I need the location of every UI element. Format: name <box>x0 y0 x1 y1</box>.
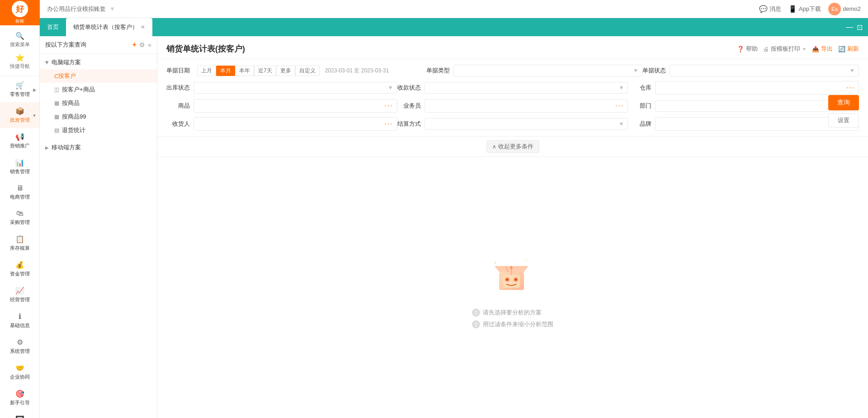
shortcut-nav-label: 快捷导航 <box>10 63 30 70</box>
salesperson-dots-icon: ··· <box>615 102 624 110</box>
doc-type-select[interactable]: ▼ <box>453 65 643 76</box>
avatar-text: Ea <box>832 6 838 12</box>
collect-status-label: 收款状态 <box>397 84 425 92</box>
date-btn-this-month[interactable]: 本月 <box>216 66 235 76</box>
collapse-conditions-button[interactable]: ∧ 收起更多条件 <box>486 140 539 153</box>
page-title: 销货单统计表(按客户) <box>166 43 245 54</box>
settlement-filter-cell: 结算方式 ▼ <box>397 118 628 130</box>
empty-tip-1-text: 请先选择要分析的方案 <box>483 309 542 317</box>
help-button[interactable]: ❓ 帮助 <box>737 45 758 53</box>
message-button[interactable]: 💬 消息 <box>759 5 781 13</box>
message-label: 消息 <box>769 5 781 13</box>
department-label: 部门 <box>628 102 655 110</box>
sidebar-item-retail[interactable]: 🛒 零售管理 ▶ <box>0 76 39 102</box>
export-icon: 📤 <box>812 46 819 52</box>
tabbar-actions: — ⊡ <box>846 23 868 32</box>
maximize-button[interactable]: ⊡ <box>857 23 863 32</box>
sidebar-item-appcenter[interactable]: 🔲 应用中心 <box>0 411 39 418</box>
sidebar: 好 标账 🔍 搜索菜单 ⭐ 快捷导航 🛒 零售管理 ▶ 📦 批发管理 ▼ 📢 营… <box>0 0 40 418</box>
plan-return-stat-label: 退货统计 <box>62 126 85 134</box>
date-btn-last-month[interactable]: 上月 <box>197 66 216 76</box>
section-arrow-icon: ▶ <box>45 61 50 64</box>
sidebar-item-basic[interactable]: ℹ 基础信息 <box>0 308 39 333</box>
date-btn-more[interactable]: 更多 <box>276 66 295 76</box>
right-panel: 销货单统计表(按客户) ❓ 帮助 🖨 按模板打印 ▼ 📤 <box>157 36 868 418</box>
shortcut-nav-item[interactable]: ⭐ 快捷导航 <box>0 51 39 72</box>
user-menu[interactable]: Ea demo2 <box>828 3 861 15</box>
goods-select[interactable]: ··· <box>193 99 397 113</box>
filter-row-4: 收货人 ··· 结算方式 ▼ <box>166 117 859 131</box>
date-btn-this-year[interactable]: 本年 <box>235 66 254 76</box>
plan-by-goods99[interactable]: ▦ 按商品99 <box>40 110 157 124</box>
print-chevron-icon: ▼ <box>802 47 807 52</box>
setting-button[interactable]: 设置 <box>828 113 859 128</box>
tip-num-2: 2 <box>472 320 480 328</box>
receiver-filter-cell: 收货人 ··· <box>166 117 397 131</box>
sidebar-item-finance[interactable]: 💰 资金管理 <box>0 256 39 282</box>
sidebar-item-wholesale[interactable]: 📦 批发管理 ▼ <box>0 102 39 128</box>
tab-sales-stat[interactable]: 销货单统计表（按客户） ✕ <box>66 18 152 36</box>
sidebar-logo: 好 标账 <box>0 0 40 25</box>
coop-label: 企业协同 <box>10 374 30 380</box>
newbie-label: 新手引导 <box>10 399 30 406</box>
export-button[interactable]: 📤 导出 <box>812 45 833 53</box>
plan-icon-cg: ◫ <box>54 86 59 93</box>
settings-plan-button[interactable]: ⚙ <box>139 41 145 48</box>
plan-by-customer-goods[interactable]: ◫ 按客户+商品 <box>40 83 157 96</box>
sidebar-item-sales[interactable]: 📊 销售管理 <box>0 154 39 180</box>
desktop-section-toggle[interactable]: ▶ 电脑端方案 <box>40 56 157 69</box>
plan-icon-customer: C <box>54 73 58 80</box>
mobile-section-toggle[interactable]: ▶ 移动端方案 <box>40 141 157 154</box>
svg-point-10 <box>510 266 513 269</box>
sidebar-item-marketing[interactable]: 📢 营销推广 <box>0 128 39 154</box>
tab-close-button[interactable]: ✕ <box>141 24 145 30</box>
date-controls: 上月 本月 本年 近7天 更多 自定义 2023-03-01 至 2023-03… <box>193 66 426 76</box>
warehouse-filter-cell: 仓库 ··· <box>628 81 859 95</box>
sidebar-item-newbie[interactable]: 🎯 新手引导 <box>0 385 39 411</box>
svg-text:✦: ✦ <box>525 259 528 262</box>
download-button[interactable]: 📱 App下载 <box>788 5 821 13</box>
plan-by-customer[interactable]: C 按客户 <box>40 69 157 83</box>
warehouse-select[interactable]: ··· <box>655 81 859 95</box>
collapse-panel-button[interactable]: « <box>148 41 151 48</box>
plan-return-stat[interactable]: ▤ 退货统计 <box>40 124 157 137</box>
collect-status-chevron-icon: ▼ <box>618 85 624 91</box>
svg-text:✦: ✦ <box>497 274 499 277</box>
desktop-plans-section: ▶ 电脑端方案 C 按客户 ◫ 按客户+商品 ▦ 按商品 ▦ 按商品99 <box>40 54 157 139</box>
sidebar-search-section: 🔍 搜索菜单 ⭐ 快捷导航 <box>0 25 39 76</box>
tabbar: 首页 销货单统计表（按客户） ✕ — ⊡ <box>40 18 868 36</box>
doc-status-select[interactable]: ▼ <box>670 65 859 76</box>
collapse-icon: ∧ <box>492 143 496 150</box>
finance-label: 资金管理 <box>10 271 30 277</box>
sidebar-item-ecommerce[interactable]: 🖥 电商管理 <box>0 180 39 205</box>
search-menu-item[interactable]: 🔍 搜索菜单 <box>0 29 39 51</box>
sidebar-item-purchase[interactable]: 🛍 采购管理 <box>0 205 39 230</box>
salesperson-select[interactable]: ··· <box>425 99 628 113</box>
template-print-button[interactable]: 🖨 按模板打印 ▼ <box>763 45 807 53</box>
refresh-button[interactable]: 🔄 刷新 <box>838 45 859 53</box>
collect-status-select[interactable]: ▼ <box>425 82 628 94</box>
brand-filter-cell: 品牌 ··· <box>628 117 859 131</box>
sidebar-item-operation[interactable]: 📈 经营管理 <box>0 282 39 308</box>
marketing-label: 营销推广 <box>10 142 30 149</box>
empty-svg: ✦ ✦ ✦ <box>490 252 535 297</box>
date-btn-7days[interactable]: 近7天 <box>254 66 276 76</box>
add-plan-button[interactable]: + <box>132 41 137 49</box>
sidebar-item-system[interactable]: ⚙ 系统管理 <box>0 333 39 359</box>
minimize-button[interactable]: — <box>846 23 853 31</box>
tab-home[interactable]: 首页 <box>40 18 66 36</box>
salesperson-filter-cell: 业务员 ··· <box>397 99 628 113</box>
receiver-select[interactable]: ··· <box>193 117 397 131</box>
sidebar-item-inventory[interactable]: 📋 库存核算 <box>0 230 39 256</box>
query-button[interactable]: 查询 <box>828 95 859 110</box>
date-btn-custom[interactable]: 自定义 <box>295 66 320 76</box>
left-panel-title: 按以下方案查询 <box>45 41 86 49</box>
settlement-select[interactable]: ▼ <box>425 118 628 130</box>
plan-by-goods[interactable]: ▦ 按商品 <box>40 96 157 110</box>
doc-status-filter-cell: 单据状态 ▼ <box>642 65 859 76</box>
operation-label: 经营管理 <box>10 296 30 303</box>
left-panel-actions: + ⚙ « <box>132 41 151 49</box>
out-status-select[interactable]: ▼ <box>193 82 397 94</box>
sidebar-item-coop[interactable]: 🤝 企业协同 <box>0 359 39 385</box>
date-range-display: 2023-03-01 至 2023-03-31 <box>325 67 389 75</box>
